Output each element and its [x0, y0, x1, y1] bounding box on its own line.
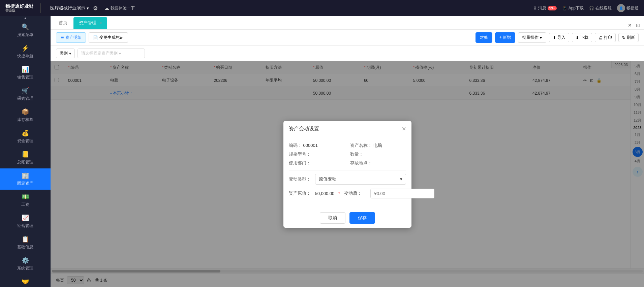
category-filter[interactable]: 类别 ▾ — [56, 49, 75, 58]
sidebar-item-ledger[interactable]: 📒 总账管理 — [0, 147, 51, 168]
modal-code-item: 编码： 000001 — [289, 142, 345, 149]
batch-dropdown-icon: ▾ — [540, 35, 542, 40]
topbar-right: 🖥 消息 99+ 📱 App下载 🎧 在线客服 👤 畅捷通 — [533, 4, 639, 12]
filter-value-dropdown-icon: ▾ — [119, 51, 121, 56]
refresh-btn[interactable]: ↻ 刷新 — [618, 33, 639, 42]
wage-icon: 💵 — [22, 193, 29, 200]
change-voucher-btn[interactable]: 📄 变更生成凭证 — [89, 32, 128, 43]
sidebar-item-fixed[interactable]: 🏢 固定资产 — [0, 168, 51, 190]
message-btn[interactable]: 🖥 消息 99+ — [533, 5, 557, 11]
app-download-btn[interactable]: 📱 App下载 — [562, 5, 584, 11]
money-icon: 💰 — [22, 129, 29, 137]
batch-ops-btn[interactable]: 批量操作 ▾ — [518, 32, 546, 43]
sidebar: ▲ 🔍 搜索菜单 ⚡ 快捷导航 📊 销售管理 🛒 采购管理 📦 库存核算 💰 资… — [0, 16, 51, 287]
app-logo: 畅捷通好业财 普及版 — [5, 3, 34, 13]
sidebar-item-purchase[interactable]: 🛒 采购管理 — [0, 84, 51, 105]
ledger-icon: 📒 — [22, 151, 29, 158]
original-value-display: 50,000.00 — [315, 189, 335, 198]
print-icon: 🖨 — [599, 35, 603, 40]
headset-icon: 🎧 — [589, 6, 594, 10]
sidebar-item-sales[interactable]: 📊 销售管理 — [0, 62, 51, 84]
message-icon: 🖥 — [533, 6, 537, 10]
search-icon: 🔍 — [22, 23, 29, 31]
import-btn[interactable]: ⬆ 导入 — [549, 33, 569, 42]
chart-icon: 📊 — [22, 66, 29, 73]
sidebar-scroll-up[interactable]: ▲ — [0, 16, 51, 20]
filter-dropdown-icon: ▾ — [69, 51, 71, 56]
modal-divider — [289, 170, 406, 170]
dropdown-icon: ▾ — [87, 6, 89, 11]
change-type-select[interactable]: 原值变动 ▾ — [315, 174, 406, 185]
window-close-icon[interactable]: ✕ — [626, 21, 633, 29]
page-toolbar: ☰ 资产明细 📄 变更生成凭证 对账 + 新增 批量操作 ▾ — [51, 30, 644, 46]
voucher-icon: 📄 — [93, 35, 98, 40]
flash-icon: ⚡ — [22, 44, 29, 52]
modal-title: 资产变动设置 — [289, 126, 319, 132]
after-change-input[interactable] — [370, 189, 434, 198]
refresh-icon: ↻ — [622, 35, 625, 40]
modal-close-icon[interactable]: ✕ — [402, 126, 406, 132]
sidebar-item-quicknav[interactable]: ⚡ 快捷导航 — [0, 41, 51, 62]
modal-header: 资产变动设置 ✕ — [283, 121, 411, 137]
table-wrapper: 2023.03 *编码 *资产名称 *类别名称 *购买日期 折旧方 — [51, 61, 644, 287]
phone-icon: 📱 — [562, 6, 567, 10]
box-icon: 📦 — [22, 108, 29, 116]
modal-body: 编码： 000001 资产名称： 电脑 规格型号： — [283, 137, 411, 208]
sidebar-item-system[interactable]: ⚙️ 系统管理 — [0, 253, 51, 275]
sidebar-item-basic[interactable]: 📋 基础信息 — [0, 232, 51, 253]
reconcile-btn[interactable]: 对账 — [476, 32, 492, 43]
category-value-filter[interactable]: 请选择固定资产类别 ▾ — [78, 49, 145, 58]
ops-icon: 📈 — [22, 214, 29, 222]
modal-overlay[interactable]: 资产变动设置 ✕ 编码： 000001 资产名称： — [51, 61, 644, 287]
sidebar-item-enterprise[interactable]: 🤝 企业协同 — [0, 275, 51, 287]
modal-dept-item: 使用部门： — [289, 160, 345, 166]
window-controls: ✕ ⊡ — [626, 21, 641, 29]
sidebar-item-inventory[interactable]: 📦 库存核算 — [0, 105, 51, 126]
asset-change-modal: 资产变动设置 ✕ 编码： 000001 资产名称： — [283, 121, 411, 228]
collab-icon: 🤝 — [22, 278, 29, 285]
user-menu[interactable]: 👤 畅捷通 — [617, 4, 639, 12]
tab-asset-mgmt[interactable]: 资产管理 × — [73, 17, 107, 29]
sidebar-item-search[interactable]: 🔍 搜索菜单 — [0, 20, 51, 41]
change-type-label: 变动类型： — [289, 176, 312, 182]
print-btn[interactable]: 🖨 打印 — [595, 33, 616, 42]
experience-btn[interactable]: ☁ 我要体验一下 — [104, 5, 135, 11]
settings-icon[interactable]: ⚙ — [93, 5, 98, 11]
download-btn[interactable]: ⬇ 下载 — [572, 33, 592, 42]
content-area: 首页 资产管理 × ✕ ⊡ ☰ 资产明细 📄 变更生成凭证 — [51, 16, 644, 287]
after-change-label: 变动后： — [344, 190, 368, 196]
download-icon: ⬇ — [576, 35, 579, 40]
modal-change-type-row: 变动类型： 原值变动 ▾ — [289, 174, 406, 185]
window-maximize-icon[interactable]: ⊡ — [635, 21, 641, 29]
save-button[interactable]: 保存 — [349, 212, 375, 224]
system-icon: ⚙️ — [22, 257, 29, 264]
tabbar: 首页 资产管理 × ✕ ⊡ — [51, 16, 644, 30]
original-value-label: 资产原值： — [289, 190, 312, 196]
required-marker: * — [338, 191, 340, 196]
main-layout: ▲ 🔍 搜索菜单 ⚡ 快捷导航 📊 销售管理 🛒 采购管理 📦 库存核算 💰 资… — [0, 16, 644, 287]
asset-detail-tab[interactable]: ☰ 资产明细 — [56, 32, 86, 43]
sidebar-item-payroll[interactable]: 💵 工资 — [0, 190, 51, 211]
topbar: 畅捷通好业财 普及版 医疗器械行业演示 ▾ ⚙ ☁ 我要体验一下 🖥 消息 99… — [0, 0, 644, 16]
cancel-button[interactable]: 取消 — [320, 212, 345, 224]
modal-spec-item: 规格型号： — [289, 151, 345, 157]
new-btn[interactable]: + 新增 — [495, 32, 515, 43]
avatar: 👤 — [617, 4, 625, 12]
tab-home[interactable]: 首页 — [53, 17, 73, 29]
sidebar-item-operations[interactable]: 📈 经营管理 — [0, 211, 51, 232]
sidebar-item-finance[interactable]: 💰 资金管理 — [0, 126, 51, 147]
select-dropdown-icon: ▾ — [400, 177, 402, 182]
modal-info-grid: 编码： 000001 资产名称： 电脑 规格型号： — [289, 142, 406, 166]
info-icon: 📋 — [22, 235, 29, 243]
modal-footer: 取消 保存 — [283, 208, 411, 228]
modal-asset-name-item: 资产名称： 电脑 — [350, 142, 406, 149]
company-selector[interactable]: 医疗器械行业演示 ▾ — [50, 5, 89, 11]
toolbar-right: 对账 + 新增 批量操作 ▾ ⬆ 导入 ⬇ 下载 — [476, 32, 639, 43]
tab-close-icon[interactable]: × — [100, 21, 102, 25]
import-icon: ⬆ — [553, 35, 556, 40]
online-service-btn[interactable]: 🎧 在线客服 — [589, 5, 612, 11]
modal-quantity-item: 数量： — [350, 151, 406, 157]
filter-row: 类别 ▾ 请选择固定资产类别 ▾ — [51, 46, 644, 61]
list-icon: ☰ — [60, 35, 64, 40]
page-main: ☰ 资产明细 📄 变更生成凭证 对账 + 新增 批量操作 ▾ — [51, 30, 644, 287]
